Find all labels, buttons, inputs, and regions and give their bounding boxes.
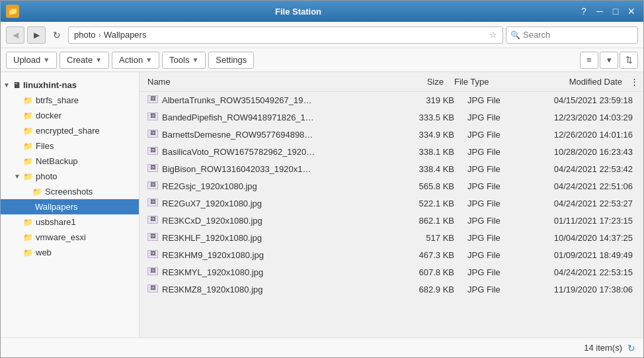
favorite-button[interactable]: ☆: [489, 30, 497, 40]
sidebar-item-docker[interactable]: 📁docker: [1, 108, 139, 123]
path-bar[interactable]: photo › Wallpapers ☆: [68, 26, 503, 44]
col-header-name[interactable]: Name: [142, 77, 383, 87]
file-icon: 🖼: [147, 112, 158, 123]
col-header-date[interactable]: Modified Date: [515, 77, 627, 87]
col-more-button[interactable]: ⋮: [627, 77, 641, 87]
action-label: Action: [119, 55, 143, 65]
sidebar-item-vmware_esxi[interactable]: 📁vmware_esxi: [1, 230, 139, 245]
table-row[interactable]: 🖼 AlbertaTrunks_ROW3515049267_19… 319 KB…: [140, 92, 643, 109]
file-size: 338.1 KB: [396, 147, 462, 157]
path-part-2: Wallpapers: [104, 30, 147, 40]
file-name: BigBison_ROW1316042033_1920x1…: [162, 164, 311, 174]
table-row[interactable]: 🖼 RE3KMYL_1920x1080.jpg 607.8 KB JPG Fil…: [140, 264, 643, 281]
sidebar-root-item[interactable]: ▼ 🖥 linuxhint-nas: [1, 77, 139, 93]
sort-button[interactable]: ⇅: [620, 52, 638, 69]
file-type: JPG File: [462, 216, 528, 226]
file-name: BasilicaVoto_ROW1675782962_1920…: [162, 147, 315, 157]
search-box[interactable]: 🔍: [506, 26, 638, 44]
file-name-cell: 🖼 BigBison_ROW1316042033_1920x1…: [142, 164, 396, 175]
col-header-type[interactable]: File Type: [449, 77, 515, 87]
search-input[interactable]: [523, 30, 633, 40]
close-button[interactable]: ✕: [625, 5, 638, 18]
folder-icon: 📁: [23, 218, 33, 227]
file-type: JPG File: [462, 199, 528, 208]
table-row[interactable]: 🖼 BasilicaVoto_ROW1675782962_1920… 338.1…: [140, 144, 643, 161]
path-separator: ›: [99, 30, 101, 40]
table-row[interactable]: 🖼 RE2GuX7_1920x1080.jpg 522.1 KB JPG Fil…: [140, 195, 643, 212]
view-options-button[interactable]: ▾: [600, 52, 618, 69]
sidebar-item-usbshare1[interactable]: 📁usbshare1: [1, 214, 139, 230]
file-size: 467.3 KB: [396, 250, 462, 260]
sidebar-label: encrypted_share: [36, 126, 100, 136]
table-row[interactable]: 🖼 RE3KHLF_1920x1080.jpg 517 KB JPG File …: [140, 230, 643, 247]
titlebar: File Station ? ─ □ ✕: [1, 1, 643, 22]
file-type: JPG File: [462, 285, 528, 294]
sidebar-label: btrfs_share: [36, 95, 79, 105]
file-type: JPG File: [462, 130, 528, 140]
table-row[interactable]: 🖼 BandedPipefish_ROW9418971826_1… 333.5 …: [140, 109, 643, 126]
navigation-toolbar: ◀ ▶ ↻ photo › Wallpapers ☆ 🔍: [1, 22, 643, 48]
table-row[interactable]: 🖼 RE3KCxD_1920x1080.jpg 862.1 KB JPG Fil…: [140, 212, 643, 230]
file-date: 04/24/2021 22:51:06: [528, 181, 641, 191]
sidebar-item-NetBackup[interactable]: 📁NetBackup: [1, 154, 139, 169]
forward-button[interactable]: ▶: [27, 26, 46, 44]
action-button[interactable]: Action ▼: [112, 52, 159, 69]
sidebar-item-btrfs_share[interactable]: 📁btrfs_share: [1, 93, 139, 108]
create-button[interactable]: Create ▼: [60, 52, 109, 69]
col-header-size[interactable]: Size: [383, 77, 449, 87]
sidebar-label: web: [36, 247, 52, 257]
file-size: 517 KB: [396, 233, 462, 243]
file-size: 565.8 KB: [396, 181, 462, 191]
folder-icon: 📁: [23, 96, 33, 105]
upload-button[interactable]: Upload ▼: [6, 52, 57, 69]
sidebar-item-Files[interactable]: 📁Files: [1, 138, 139, 154]
file-type: JPG File: [462, 147, 528, 157]
file-name: RE3KCxD_1920x1080.jpg: [162, 216, 262, 226]
file-size: 319 KB: [396, 95, 462, 105]
app-icon: [6, 5, 19, 18]
action-toolbar: Upload ▼ Create ▼ Action ▼ Tools ▼ Setti…: [1, 48, 643, 72]
back-button[interactable]: ◀: [6, 26, 24, 44]
table-row[interactable]: 🖼 RE2Gsjc_1920x1080.jpg 565.8 KB JPG Fil…: [140, 178, 643, 195]
sidebar-item-Screenshots[interactable]: 📁Screenshots: [1, 184, 139, 199]
file-name-cell: 🖼 RE3KMZ8_1920x1080.jpg: [142, 285, 396, 295]
sidebar: ▼ 🖥 linuxhint-nas 📁btrfs_share📁docker📁en…: [1, 72, 140, 337]
table-row[interactable]: 🖼 RE3KHM9_1920x1080.jpg 467.3 KB JPG Fil…: [140, 247, 643, 264]
table-row[interactable]: 🖼 RE3KMZ8_1920x1080.jpg 682.9 KB JPG Fil…: [140, 281, 643, 298]
file-date: 01/09/2021 18:49:49: [528, 250, 641, 260]
file-date: 10/04/2020 14:37:25: [528, 233, 641, 243]
file-date: 11/19/2020 17:38:06: [528, 285, 641, 294]
status-refresh-button[interactable]: ↻: [627, 343, 635, 353]
settings-button[interactable]: Settings: [208, 52, 254, 69]
refresh-button[interactable]: ↻: [48, 26, 65, 44]
create-label: Create: [67, 55, 93, 65]
file-size: 862.1 KB: [396, 216, 462, 226]
action-dropdown-arrow: ▼: [145, 56, 152, 64]
file-icon: 🖼: [147, 216, 158, 226]
sidebar-item-Wallpapers[interactable]: Wallpapers: [1, 199, 139, 214]
window-controls: ? ─ □ ✕: [577, 5, 638, 18]
sidebar-item-web[interactable]: 📁web: [1, 245, 139, 260]
file-date: 12/23/2020 14:03:29: [528, 112, 641, 122]
tools-button[interactable]: Tools ▼: [162, 52, 206, 69]
file-icon: 🖼: [147, 267, 158, 278]
minimize-button[interactable]: ─: [593, 5, 606, 18]
file-icon: 🖼: [147, 130, 158, 140]
column-headers: Name Size File Type Modified Date ⋮: [140, 72, 643, 92]
root-toggle-icon: ▼: [3, 81, 13, 89]
sidebar-item-photo[interactable]: ▼📁photo: [1, 169, 139, 184]
list-view-button[interactable]: ≡: [580, 52, 598, 69]
file-icon: 🖼: [147, 95, 158, 106]
help-button[interactable]: ?: [577, 5, 590, 18]
upload-label: Upload: [13, 55, 40, 65]
file-name: RE3KHLF_1920x1080.jpg: [162, 233, 262, 243]
tools-dropdown-arrow: ▼: [192, 56, 198, 64]
folder-icon: 📁: [23, 142, 33, 151]
table-row[interactable]: 🖼 BigBison_ROW1316042033_1920x1… 338.4 K…: [140, 161, 643, 178]
table-row[interactable]: 🖼 BarnettsDemesne_ROW9577694898… 334.9 K…: [140, 126, 643, 144]
maximize-button[interactable]: □: [609, 5, 622, 18]
file-name: RE2GuX7_1920x1080.jpg: [162, 199, 262, 208]
sidebar-item-encrypted_share[interactable]: 📁encrypted_share: [1, 123, 139, 138]
status-bar: 14 item(s) ↻: [1, 337, 643, 357]
file-name-cell: 🖼 BarnettsDemesne_ROW9577694898…: [142, 130, 396, 140]
